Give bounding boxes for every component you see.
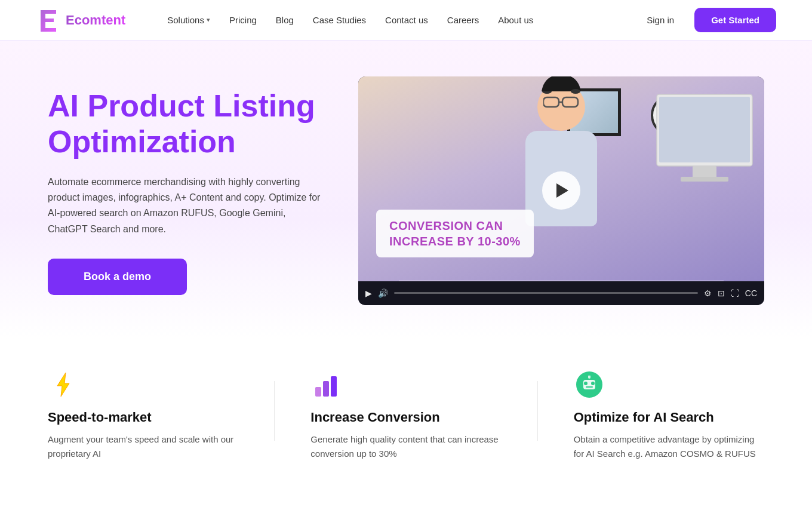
feature-speed-title: Speed-to-market	[48, 410, 238, 425]
ai-search-icon	[575, 370, 604, 399]
feature-speed: Speed-to-market Augment your team's spee…	[48, 369, 238, 461]
feature-speed-desc: Augment your team's speed and scale with…	[48, 432, 238, 461]
logo[interactable]: Ecomtent	[36, 7, 125, 34]
char-hair	[539, 76, 584, 93]
feature-ai-search-title: Optimize for AI Search	[574, 410, 764, 425]
svg-rect-1	[562, 97, 578, 107]
video-player[interactable]: CONVERSION CAN INCREASE BY 10-30% ▶ 🔊 ⚙ …	[358, 76, 764, 305]
video-pip-button[interactable]: ⊡	[718, 288, 725, 298]
sign-in-button[interactable]: Sign in	[636, 10, 685, 30]
nav-case-studies[interactable]: Case Studies	[304, 10, 374, 30]
svg-rect-10	[331, 376, 337, 397]
nav-about-us[interactable]: About us	[490, 10, 542, 30]
video-settings-button[interactable]: ⚙	[704, 288, 712, 298]
hero-right: CONVERSION CAN INCREASE BY 10-30% ▶ 🔊 ⚙ …	[358, 76, 764, 305]
feature-divider-1	[274, 381, 275, 441]
svg-rect-8	[315, 387, 321, 397]
book-demo-button[interactable]: Book a demo	[48, 259, 187, 295]
svg-rect-5	[693, 166, 716, 178]
svg-rect-4	[659, 97, 750, 162]
svg-rect-9	[323, 381, 329, 397]
hero-section: AI Product Listing Optimization Automate…	[0, 41, 812, 339]
nav-contact-us[interactable]: Contact us	[377, 10, 436, 30]
hero-title: AI Product Listing Optimization	[48, 88, 322, 160]
video-controls: ▶ 🔊 ⚙ ⊡ ⛶ CC	[358, 281, 764, 305]
nav-pricing[interactable]: Pricing	[221, 10, 265, 30]
video-play-pause-button[interactable]: ▶	[365, 288, 372, 298]
main-nav: Solutions ▾ Pricing Blog Case Studies Co…	[159, 10, 614, 30]
features-section: Speed-to-market Augment your team's spee…	[0, 339, 812, 491]
svg-point-14	[591, 382, 595, 385]
get-started-button[interactable]: Get Started	[694, 8, 776, 32]
monitor	[645, 88, 764, 238]
svg-point-13	[584, 382, 588, 385]
nav-actions: Sign in Get Started	[636, 8, 776, 32]
feature-ai-search: Optimize for AI Search Obtain a competit…	[574, 369, 764, 461]
feature-ai-search-desc: Obtain a competitive advantage by optimi…	[574, 432, 764, 461]
monitor-svg	[645, 88, 764, 238]
feature-conversion-desc: Generate high quality content that can i…	[310, 432, 501, 461]
nav-careers[interactable]: Careers	[439, 10, 487, 30]
char-head	[537, 83, 585, 131]
svg-rect-15	[586, 386, 593, 388]
svg-marker-7	[57, 373, 69, 397]
svg-point-17	[588, 374, 590, 376]
feature-divider-2	[537, 381, 538, 441]
feature-conversion-icon-wrapper	[310, 369, 342, 400]
video-right-controls: ⚙ ⊡ ⛶ CC	[704, 288, 757, 298]
svg-rect-6	[681, 177, 728, 182]
video-progress-bar[interactable]	[394, 292, 698, 294]
feature-conversion: Increase Conversion Generate high qualit…	[310, 369, 501, 461]
video-overlay-text: CONVERSION CAN INCREASE BY 10-30%	[376, 210, 534, 257]
video-caption-button[interactable]: CC	[745, 288, 757, 298]
video-volume-button[interactable]: 🔊	[378, 288, 388, 298]
lightning-icon	[49, 370, 78, 399]
hero-left: AI Product Listing Optimization Automate…	[48, 76, 322, 295]
logo-icon	[36, 7, 61, 34]
chevron-down-icon: ▾	[207, 16, 210, 24]
svg-rect-0	[543, 97, 559, 107]
video-fullscreen-button[interactable]: ⛶	[731, 288, 739, 298]
feature-speed-icon-wrapper	[48, 369, 79, 400]
nav-blog[interactable]: Blog	[267, 10, 302, 30]
char-glasses	[543, 96, 579, 108]
nav-solutions[interactable]: Solutions ▾	[159, 10, 219, 30]
navbar: Ecomtent Solutions ▾ Pricing Blog Case S…	[0, 0, 812, 41]
chart-icon	[312, 370, 340, 399]
feature-ai-icon-wrapper	[574, 369, 605, 400]
hero-description: Automate ecommerce merchandising with hi…	[48, 174, 322, 238]
video-play-button[interactable]	[542, 171, 580, 210]
feature-conversion-title: Increase Conversion	[310, 410, 501, 425]
logo-text: Ecomtent	[66, 13, 125, 28]
